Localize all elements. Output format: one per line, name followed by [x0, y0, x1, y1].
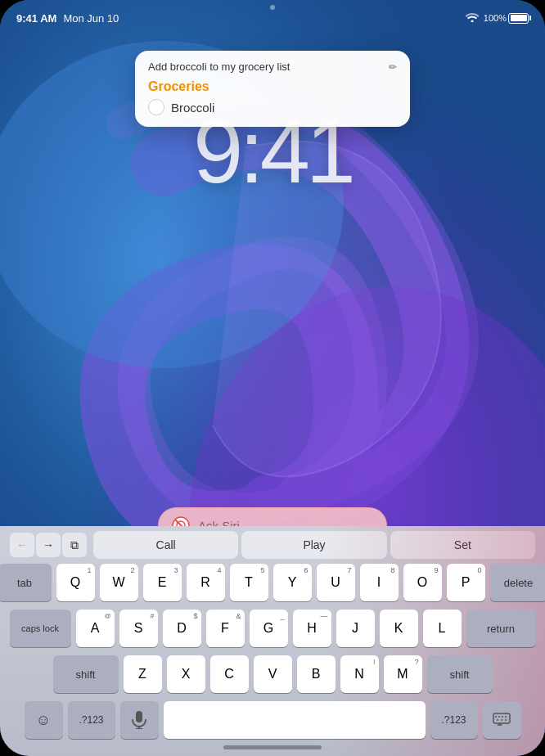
- edit-icon[interactable]: ✏: [389, 61, 397, 73]
- wifi-icon: [466, 12, 479, 25]
- status-right: 100%: [466, 12, 529, 25]
- key-n[interactable]: N!: [340, 655, 379, 693]
- shift-left-key[interactable]: shift: [53, 655, 119, 693]
- status-time: 9:41 AM: [16, 12, 56, 25]
- keyboard-dismiss-key[interactable]: [483, 701, 521, 739]
- keyboard-rows: tab Q1 W2 E3 R4 T5 Y6 U7 I8 O9 P0 delete…: [3, 564, 542, 739]
- mic-key[interactable]: [120, 701, 159, 739]
- key-row-2: caps lock A@ S# D$ F& G_ H— J K L return: [5, 610, 540, 647]
- checkbox[interactable]: [148, 99, 164, 115]
- key-x[interactable]: X: [167, 655, 205, 693]
- home-indicator-top: [270, 5, 275, 10]
- battery-container: 100%: [484, 13, 529, 24]
- notification-title: Add broccoli to my grocery list: [148, 61, 290, 73]
- numpad-left-key[interactable]: .?123: [68, 701, 115, 739]
- key-r[interactable]: R4: [187, 564, 225, 601]
- battery-fill: [511, 15, 527, 21]
- key-row-1: tab Q1 W2 E3 R4 T5 Y6 U7 I8 O9 P0 delete: [5, 564, 540, 601]
- item-text: Broccoli: [171, 101, 214, 115]
- key-z[interactable]: Z: [124, 655, 162, 693]
- home-indicator-bottom-container: [3, 739, 542, 749]
- key-c[interactable]: C: [210, 655, 249, 693]
- shortcut-nav: ← → ⧉: [10, 533, 87, 557]
- call-button[interactable]: Call: [93, 531, 238, 559]
- shift-right-key[interactable]: shift: [427, 655, 493, 693]
- svg-rect-8: [136, 711, 142, 722]
- notification-category: Groceries: [148, 79, 397, 94]
- key-d[interactable]: D$: [163, 610, 201, 647]
- key-t[interactable]: T5: [230, 564, 268, 601]
- key-b[interactable]: B: [297, 655, 336, 693]
- key-row-3: shift Z X C V B N! M? shift: [5, 655, 540, 693]
- undo-button[interactable]: ←: [10, 533, 34, 557]
- svg-rect-11: [493, 713, 510, 723]
- key-h[interactable]: H—: [293, 610, 331, 647]
- keyboard-area: ← → ⧉ Call Play Set tab Q1 W2 E3 R4 T5 Y…: [0, 526, 545, 756]
- key-i[interactable]: I8: [360, 564, 399, 601]
- tab-key[interactable]: tab: [0, 564, 52, 601]
- shortcuts-bar: ← → ⧉ Call Play Set: [3, 526, 542, 564]
- key-m[interactable]: M?: [384, 655, 422, 693]
- notification-item: Broccoli: [148, 99, 397, 115]
- key-s[interactable]: S#: [119, 610, 158, 647]
- key-q[interactable]: Q1: [56, 564, 95, 601]
- key-a[interactable]: A@: [76, 610, 115, 647]
- ipad-frame: 9:41 AM Mon Jun 10 100% Add broccoli to …: [0, 0, 545, 756]
- set-button[interactable]: Set: [390, 531, 535, 559]
- play-button[interactable]: Play: [241, 531, 386, 559]
- key-row-4: ☺ .?123 .?123: [5, 701, 540, 739]
- caps-lock-key[interactable]: caps lock: [10, 610, 71, 647]
- key-o[interactable]: O9: [403, 564, 442, 601]
- key-e[interactable]: E3: [143, 564, 182, 601]
- notification-header: Add broccoli to my grocery list ✏: [148, 61, 397, 73]
- battery-icon: [508, 13, 529, 24]
- emoji-key[interactable]: ☺: [25, 701, 63, 739]
- redo-button[interactable]: →: [36, 533, 61, 557]
- home-indicator-bottom: [223, 745, 322, 749]
- key-g[interactable]: G_: [250, 610, 288, 647]
- delete-key[interactable]: delete: [490, 564, 546, 601]
- key-k[interactable]: K: [380, 610, 418, 647]
- notification-card[interactable]: Add broccoli to my grocery list ✏ Grocer…: [135, 51, 410, 127]
- space-key[interactable]: [164, 701, 426, 739]
- key-l[interactable]: L: [423, 610, 462, 647]
- key-w[interactable]: W2: [100, 564, 138, 601]
- status-date: Mon Jun 10: [63, 12, 119, 25]
- key-y[interactable]: Y6: [273, 564, 312, 601]
- key-v[interactable]: V: [254, 655, 292, 693]
- key-f[interactable]: F&: [206, 610, 245, 647]
- battery-text: 100%: [484, 13, 507, 23]
- return-key[interactable]: return: [466, 610, 536, 647]
- key-j[interactable]: J: [336, 610, 375, 647]
- paste-button[interactable]: ⧉: [62, 533, 87, 557]
- key-p[interactable]: P0: [447, 564, 485, 601]
- key-u[interactable]: U7: [317, 564, 355, 601]
- numpad-right-key[interactable]: .?123: [430, 701, 478, 739]
